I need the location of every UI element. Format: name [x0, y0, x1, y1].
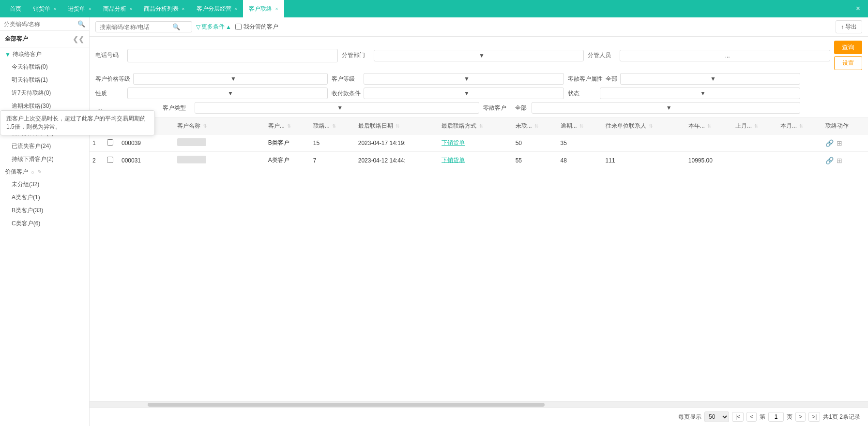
th-actions: 联络动作: [822, 118, 868, 134]
retail-attr-select[interactable]: ▼: [620, 73, 800, 85]
cell-type: A类客户: [265, 152, 310, 169]
export-button[interactable]: ↑ 导出: [836, 20, 862, 33]
sidebar-item-a-class[interactable]: A类客户(1): [0, 191, 89, 204]
action-link-icon[interactable]: 🔗: [825, 157, 834, 164]
cell-index: 2: [90, 152, 104, 169]
sidebar-item-today[interactable]: 今天待联络(0): [0, 60, 89, 73]
sidebar-item-b-class[interactable]: B类客户(33): [0, 204, 89, 217]
action-buttons: 查询 设置: [834, 41, 862, 70]
search-input[interactable]: [100, 24, 172, 30]
last-page-button[interactable]: >|: [808, 412, 820, 422]
status-label: 状态: [568, 89, 597, 98]
tooltip-box: 距客户上次交易时长，超过了此客户的平均交易周期的1.5倍，则视为异常。: [90, 110, 155, 135]
toolbar-right: ↑ 导出: [836, 20, 862, 33]
sidebar-circle-icon[interactable]: ○: [31, 169, 34, 175]
nav-product-analysis[interactable]: 商品分析 ×: [97, 0, 138, 17]
type-arrow: ▼: [337, 104, 475, 111]
type-select[interactable]: ▼: [195, 102, 480, 114]
status-select[interactable]: ▼: [600, 88, 800, 99]
sidebar-all-customers-label: 全部客户: [5, 35, 28, 43]
next-page-button[interactable]: >: [795, 412, 806, 422]
close-purchase-order[interactable]: ×: [88, 6, 91, 12]
sidebar-edit-icon[interactable]: ✎: [37, 169, 42, 175]
sidebar-item-tomorrow[interactable]: 明天待联络(1): [0, 73, 89, 87]
action-link-icon[interactable]: 🔗: [825, 139, 834, 147]
cell-name: [174, 134, 265, 152]
dept-select[interactable]: ▼: [374, 50, 584, 61]
customer-table: ⚙ 客户编码 ⇅ 客户名称 ⇅ 客户... ⇅ 联络... ⇅ 最后联络日期 ⇅…: [90, 118, 868, 169]
group-pending-contact[interactable]: ▼ 待联络客户: [0, 47, 89, 60]
nav-home[interactable]: 首页: [4, 0, 27, 17]
dept-arrow: ▼: [479, 52, 579, 59]
phone-input[interactable]: [127, 49, 338, 62]
filter-row-3: 性质 ▼ 收付款条件 ▼ 状态: [95, 88, 862, 99]
level-arrow: ▼: [464, 75, 560, 82]
pay-label: 收付款条件: [332, 89, 361, 98]
price-level-arrow: ▼: [230, 75, 323, 82]
chevron-up-icon: ▲: [226, 24, 231, 30]
gender-arrow: ▼: [228, 90, 323, 97]
cell-uncontacted: 55: [513, 152, 558, 169]
retail-select[interactable]: ▼: [532, 102, 800, 114]
person-select[interactable]: ...: [620, 50, 830, 61]
cell-this-month: [777, 134, 822, 152]
price-level-select[interactable]: ▼: [133, 73, 328, 85]
sidebar-collapse-icon[interactable]: ❮❮: [73, 35, 84, 43]
toolbar: 🔍 ▽ 更多条件 ▲ 我分管的客户 ↑ 导出: [90, 17, 868, 37]
my-customer-checkbox[interactable]: [235, 24, 242, 30]
filter-row-1: 电话号码 分管部门 ▼ 分管人员 ...: [95, 41, 862, 70]
per-page-select[interactable]: 50 100 200: [704, 411, 729, 422]
cell-this-year: [685, 134, 732, 152]
nav-purchase-order[interactable]: 进货单 ×: [62, 0, 97, 17]
retail-attr-static-label: 全部: [606, 75, 617, 83]
total-label: 共1页 2条记录: [823, 413, 860, 421]
nav-customer-contact[interactable]: 客户联络 ×: [243, 0, 284, 17]
more-conditions-button[interactable]: ▽ 更多条件 ▲: [196, 23, 231, 31]
sidebar-item-c-class[interactable]: C类客户(6): [0, 217, 89, 230]
table-area: ⚙ 客户编码 ⇅ 客户名称 ⇅ 客户... ⇅ 联络... ⇅ 最后联络日期 ⇅…: [90, 118, 868, 401]
nav-sales-order[interactable]: 销货单 ×: [27, 0, 62, 17]
settings-button[interactable]: 设置: [834, 56, 862, 70]
th-type: 客户... ⇅: [265, 118, 310, 134]
th-this-year: 本年... ⇅: [685, 118, 732, 134]
sidebar-search-input[interactable]: [4, 21, 77, 28]
page-input[interactable]: [768, 412, 784, 422]
query-button[interactable]: 查询: [834, 41, 862, 54]
action-grid-icon[interactable]: ⊞: [837, 157, 842, 164]
action-grid-icon[interactable]: ⊞: [837, 139, 842, 147]
sidebar-item-7days[interactable]: 近7天待联络(0): [0, 87, 89, 100]
person-dots[interactable]: ...: [723, 52, 826, 59]
cell-this-month: [777, 152, 822, 169]
close-window-button[interactable]: ×: [852, 4, 864, 13]
horizontal-scrollbar[interactable]: [90, 401, 868, 407]
level-select[interactable]: ▼: [364, 73, 564, 85]
prev-page-button[interactable]: <: [746, 412, 757, 422]
close-sales-order[interactable]: ×: [53, 6, 56, 12]
nav-product-list[interactable]: 商品分析列表 ×: [138, 0, 190, 17]
cell-checkbox[interactable]: [104, 152, 119, 169]
table-row: 1 000039 B类客户 15 2023-04-17 14:19: 下销货单 …: [90, 134, 868, 152]
sidebar-tree: ▼ 待联络客户 今天待联络(0) 明天待联络(1) 近7天待联络(0) 逾期未联…: [0, 47, 89, 426]
pay-select[interactable]: ▼: [364, 88, 564, 99]
cell-checkbox[interactable]: [104, 134, 119, 152]
close-customer-tier[interactable]: ×: [234, 6, 237, 12]
close-product-analysis[interactable]: ×: [129, 6, 132, 12]
first-page-button[interactable]: |<: [732, 412, 744, 422]
th-contact-count: 联络... ⇅: [310, 118, 355, 134]
gender-select[interactable]: ▼: [127, 88, 328, 99]
sidebar-item-ungrouped[interactable]: 未分组(32): [0, 178, 89, 191]
cell-actions: 🔗 ⊞: [822, 152, 868, 169]
sidebar-item-churned[interactable]: 已流失客户(24): [0, 140, 89, 153]
search-icon[interactable]: 🔍: [172, 23, 180, 30]
th-contact-person: 往来单位联系人 ⇅: [603, 118, 685, 134]
cell-last-method: 下销货单: [439, 134, 512, 152]
sidebar-search-icon[interactable]: 🔍: [77, 20, 85, 28]
close-customer-contact[interactable]: ×: [275, 6, 278, 12]
sidebar-item-declining[interactable]: 持续下滑客户(2): [0, 153, 89, 166]
nav-customer-tier[interactable]: 客户分层经营 ×: [191, 0, 243, 17]
type-label: 客户类型: [163, 104, 192, 112]
table-row: 2 000031 A类客户 7 2023-04-12 14:44: 下销货单 5…: [90, 152, 868, 169]
close-product-list[interactable]: ×: [182, 6, 184, 12]
scrollbar-thumb[interactable]: [148, 403, 545, 407]
cell-uncontacted: 50: [513, 134, 558, 152]
